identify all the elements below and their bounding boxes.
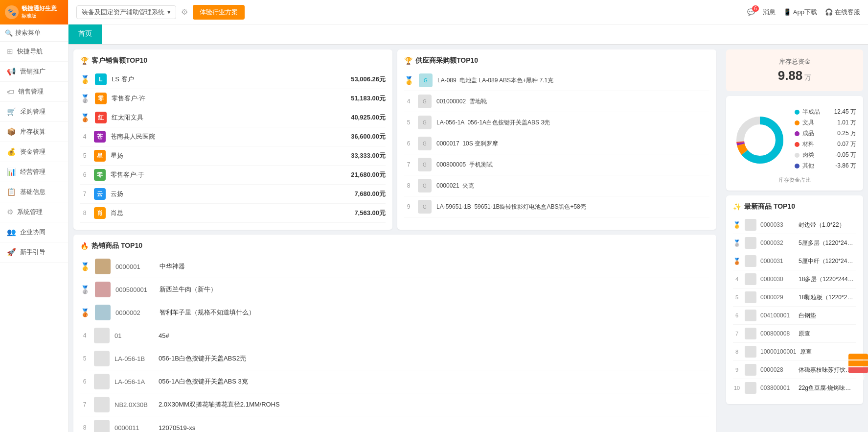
medal-icon: 🥇 bbox=[733, 221, 741, 229]
float-btn-home[interactable]: 官页 bbox=[848, 367, 868, 373]
product-name: 5厘中纤（1220*2440） bbox=[799, 257, 856, 265]
donut-chart bbox=[733, 113, 787, 167]
product-code: 0000033 bbox=[760, 221, 795, 228]
tab-home[interactable]: 首页 bbox=[69, 24, 102, 44]
rank-num: 7 bbox=[733, 331, 741, 336]
page-tabs: 首页 bbox=[69, 24, 868, 45]
table-row: 4 01 45# bbox=[80, 324, 709, 347]
sidebar-item-marketing[interactable]: 📢 营销推广 bbox=[0, 62, 68, 82]
hot-products-title: 🔥 热销商品 TOP10 bbox=[80, 241, 709, 250]
new-product-thumb bbox=[745, 237, 756, 249]
online-service-link[interactable]: 🎧 在线客服 bbox=[825, 8, 860, 17]
rank-num: 4 bbox=[80, 332, 89, 339]
search-menu[interactable]: 🔍 搜索菜单 bbox=[0, 24, 68, 42]
sidebar-item-stock[interactable]: 📦 库存核算 bbox=[0, 122, 68, 142]
sidebar: 🐾 畅捷通好生意 标准版 🔍 搜索菜单 ⊞ 快捷导航 📢 营销推广 🏷 销售管理… bbox=[0, 0, 69, 432]
float-btn-service[interactable]: 客服热线 bbox=[848, 354, 868, 360]
nav-icon-collab: 👥 bbox=[7, 228, 16, 237]
rank-num: 5 bbox=[80, 152, 89, 159]
table-row: 4 0000030 18多层（1220*2440） bbox=[733, 270, 856, 288]
customer-ranking-title: 🏆 客户销售额TOP10 bbox=[80, 56, 386, 65]
sidebar-item-label: 新手引导 bbox=[20, 248, 46, 257]
rank-num: 6 bbox=[733, 312, 741, 318]
table-row: 🥈 零 零售客户·许 51,183.00元 bbox=[80, 89, 386, 108]
vendor-name: LA-59651-1B 59651-1B旋转投影灯电池盒ABS黑色+58壳 bbox=[436, 203, 709, 211]
table-row: 5 LA-056-1B 056-1B白色按键开关盖ABS2壳 bbox=[80, 347, 709, 370]
customer-amount: 40,925.00元 bbox=[351, 113, 386, 122]
new-product-thumb bbox=[745, 346, 756, 358]
legend-name: 半成品 bbox=[802, 108, 831, 116]
float-btn-community[interactable]: 服务社区 bbox=[848, 360, 868, 366]
legend-dot bbox=[795, 110, 799, 115]
nav-icon-quicknav: ⊞ bbox=[7, 47, 13, 56]
rank-num: 8 bbox=[733, 349, 741, 355]
product-code: 0000001 bbox=[115, 263, 155, 270]
search-menu-label: 搜索菜单 bbox=[15, 28, 41, 37]
online-service-label: 在线客服 bbox=[835, 8, 860, 17]
medal-icon: 🥇 bbox=[404, 76, 414, 85]
product-thumb: G bbox=[418, 179, 432, 192]
customer-amount: 33,333.00元 bbox=[351, 151, 386, 160]
chart-label: 库存资金占比 bbox=[733, 176, 856, 184]
vendor-ranking-title: 🏆 供应商采购额TOP10 bbox=[404, 56, 709, 65]
legend-dot bbox=[795, 120, 799, 125]
product-thumb: G bbox=[418, 158, 432, 171]
sidebar-item-guide[interactable]: 🚀 新手引导 bbox=[0, 242, 68, 263]
customer-amount: 7,680.00元 bbox=[354, 190, 386, 198]
customer-badge: 星 bbox=[94, 150, 106, 162]
sidebar-item-quicknav[interactable]: ⊞ 快捷导航 bbox=[0, 42, 68, 62]
customer-amount: 7,563.00元 bbox=[354, 209, 386, 217]
legend-dot bbox=[795, 153, 799, 158]
message-icon[interactable]: 💬 6 bbox=[747, 8, 755, 16]
product-code: 0000011 bbox=[114, 424, 154, 432]
table-row: 🥉 红 红太阳文具 40,925.00元 bbox=[80, 108, 386, 127]
rank-num: 7 bbox=[80, 191, 89, 197]
table-row: 6 LA-056-1A 056-1A白色按键开关盖ABS 3克 bbox=[80, 370, 709, 393]
sidebar-item-system[interactable]: ⚙ 系统管理 bbox=[0, 202, 68, 222]
new-products-card: ✨ 最新商品 TOP10 🥇 0000033 封边带（1.0*22） 🥈 000… bbox=[726, 195, 863, 404]
trophy-icon: 🏆 bbox=[404, 57, 412, 65]
medal-icon: 🥉 bbox=[80, 308, 90, 317]
product-code: 0000031 bbox=[760, 258, 795, 264]
new-icon: ✨ bbox=[733, 203, 741, 211]
settings-icon[interactable]: ⚙ bbox=[181, 7, 188, 17]
product-name: 45# bbox=[159, 332, 709, 339]
sidebar-item-basic-info[interactable]: 📋 基础信息 bbox=[0, 182, 68, 202]
sidebar-item-label: 库存核算 bbox=[20, 127, 46, 136]
product-thumb: G bbox=[419, 73, 433, 87]
medal-icon: 🥉 bbox=[733, 258, 741, 265]
stock-chart-card: 半成品 12.45 万 文具 1.01 万 成品 0.25 万 bbox=[726, 96, 863, 191]
sidebar-item-purchase[interactable]: 🛒 采购管理 bbox=[0, 102, 68, 122]
product-code: 01 bbox=[114, 332, 154, 339]
logo-icon: 🐾 bbox=[5, 5, 19, 19]
product-name: 18颗粒板（1220*2440） bbox=[799, 293, 856, 302]
right-panel: 库存总资金 9.88 万 bbox=[721, 45, 868, 432]
trial-button[interactable]: 体验行业方案 bbox=[193, 5, 245, 20]
rank-num: 9 bbox=[733, 367, 741, 373]
table-row: 6 004100001 白钢垫 bbox=[733, 307, 856, 325]
sidebar-item-finance[interactable]: 💰 资金管理 bbox=[0, 142, 68, 162]
sidebar-item-operations[interactable]: 📊 经营管理 bbox=[0, 162, 68, 182]
product-thumb: G bbox=[418, 95, 432, 108]
customer-badge: 肖 bbox=[94, 207, 106, 219]
legend-value: 0.25 万 bbox=[837, 129, 856, 138]
table-row: 6 G 0000017 10S 变刹罗摩 bbox=[404, 133, 709, 154]
system-select[interactable]: 装备及固定资产辅助管理系统 ▾ bbox=[76, 5, 176, 19]
legend-name: 肉类 bbox=[802, 151, 832, 159]
app-download-link[interactable]: 📱 App下载 bbox=[783, 8, 817, 17]
product-thumb bbox=[95, 282, 111, 297]
rank-num: 8 bbox=[80, 424, 89, 431]
table-row: 9 G LA-59651-1B 59651-1B旋转投影灯电池盒ABS黑色+58… bbox=[404, 196, 709, 217]
rank-num: 4 bbox=[80, 133, 89, 140]
product-thumb bbox=[95, 259, 111, 274]
sidebar-item-sales[interactable]: 🏷 销售管理 bbox=[0, 82, 68, 102]
product-code: 0000002 bbox=[115, 309, 155, 316]
new-product-thumb bbox=[745, 382, 756, 394]
sidebar-item-label: 资金管理 bbox=[20, 147, 46, 156]
sidebar-item-collab[interactable]: 👥 企业协同 bbox=[0, 222, 68, 242]
product-code: 003800001 bbox=[760, 384, 795, 391]
customer-name: LS 客户 bbox=[112, 75, 346, 84]
table-row: 7 000800008 原查 bbox=[733, 325, 856, 343]
product-name: 12070519-xs bbox=[159, 424, 709, 432]
top-two-col: 🏆 客户销售额TOP10 🥇 L LS 客户 53,006.26元 🥈 零 零售… bbox=[73, 49, 716, 230]
